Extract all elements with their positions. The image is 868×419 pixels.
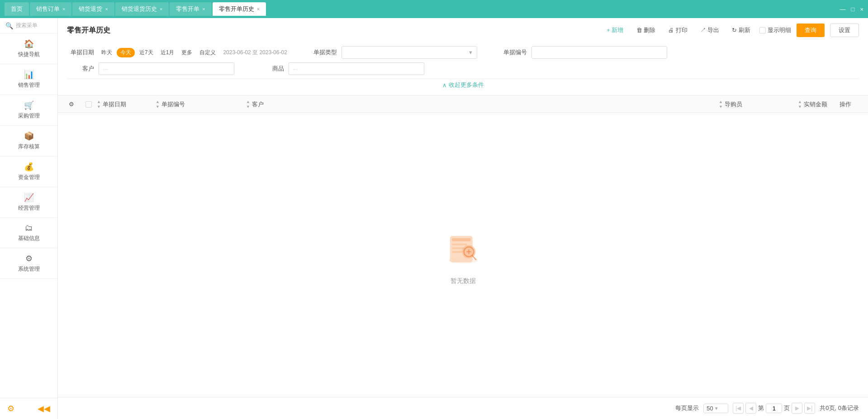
tab-sales-return[interactable]: 销货退货 × [72,2,114,16]
sidebar-item-finance[interactable]: 💰 资金管理 [0,156,57,187]
quick-nav-icon: 🏠 [24,39,34,49]
system-label: 系统管理 [18,265,40,273]
basic-info-label: 基础信息 [18,235,40,242]
tab-sales-return-history-close[interactable]: × [160,6,162,12]
total-label: 共0页, 0条记录 [820,404,859,412]
tab-sales-order-label: 销售订单 [36,5,60,13]
delete-button[interactable]: 🗑 删除 [633,24,659,36]
collapse-filter-btn[interactable]: ∧ 收起更多条件 [67,79,859,91]
tab-home-label: 首页 [11,5,23,13]
operations-label: 经营管理 [18,204,40,212]
date-btn-custom[interactable]: 自定义 [197,48,218,57]
tab-sales-order[interactable]: 销售订单 × [30,2,71,16]
sidebar-search-label: 搜索采单 [16,22,38,29]
th-checkbox[interactable] [81,101,97,108]
date-range-display: 2023-06-02 至 2023-06-02 [223,49,287,56]
filter-area: 单据日期 昨天 今天 近7天 近1月 更多 自定义 2023-06-02 至 2… [67,42,859,95]
sidebar-item-operations[interactable]: 📈 经营管理 [0,187,57,218]
table-header: ⚙ ▲▼ 单据日期 ▲▼ 单据编号 ▲▼ 客户 ▲▼ [58,96,868,113]
customer-placeholder: ··· [103,66,108,72]
setting-button[interactable]: 设置 [830,24,859,37]
svg-rect-3 [452,244,467,245]
date-btn-7days[interactable]: 近7天 [137,48,156,57]
doc-type-label: 单据类型 [310,48,337,56]
basic-info-icon: 🗂 [25,223,33,233]
finance-label: 资金管理 [18,174,40,181]
date-btn-1month[interactable]: 近1月 [158,48,177,57]
sidebar-item-search[interactable]: 🔍 搜索采单 [0,18,57,33]
sidebar-item-basic-info[interactable]: 🗂 基础信息 [0,218,57,248]
sales-mgmt-icon: 📊 [24,70,34,80]
per-page-select[interactable]: 50 ▼ [703,404,728,413]
th-date[interactable]: ▲▼ 单据日期 [97,99,156,109]
window-controls: — □ × [840,6,863,13]
date-btn-more[interactable]: 更多 [179,48,195,57]
collapse-label: 收起更多条件 [449,81,484,89]
sidebar-item-quick-nav[interactable]: 🏠 快捷导航 [0,33,57,64]
page-title-row: 零售开单历史 + 新增 🗑 删除 🖨 打印 ↗ 导出 ↻ 刷新 显示明细 查询 … [67,24,859,37]
tab-sales-return-history[interactable]: 销货退货历史 × [115,2,169,16]
page-number-input[interactable] [766,404,782,413]
svg-rect-2 [452,238,471,241]
th-guide[interactable]: ▲▼ 导购员 [719,99,773,109]
query-button[interactable]: 查询 [797,24,825,37]
amount-sort-icon: ▲▼ [798,99,802,109]
tab-retail-open-history[interactable]: 零售开单历史 × [213,2,266,16]
date-label: 单据日期 [67,48,94,56]
customer-input[interactable]: ··· [99,62,234,75]
maximize-btn[interactable]: □ [851,6,855,13]
date-options: 昨天 今天 近7天 近1月 更多 自定义 2023-06-02 至 2023-0… [99,48,287,57]
number-sort-icon: ▲▼ [156,99,160,109]
doc-type-select[interactable]: ▼ [342,46,477,59]
date-btn-yesterday[interactable]: 昨天 [99,48,115,57]
th-customer[interactable]: ▲▼ 客户 [246,99,719,109]
add-button[interactable]: + 新增 [603,24,627,36]
export-button[interactable]: ↗ 导出 [697,24,723,36]
tab-retail-open-close[interactable]: × [202,6,205,12]
close-window-btn[interactable]: × [860,6,863,13]
next-page-btn[interactable]: ▶ [792,403,802,414]
doc-number-input[interactable] [531,46,667,59]
content-area: 零售开单历史 + 新增 🗑 删除 🖨 打印 ↗ 导出 ↻ 刷新 显示明细 查询 … [58,18,868,419]
th-amount[interactable]: ▲▼ 实销金额 [773,99,827,109]
th-action-label: 操作 [840,100,851,108]
empty-illustration [441,225,486,270]
print-button[interactable]: 🖨 打印 [664,24,691,36]
th-settings[interactable]: ⚙ [62,101,81,108]
collapse-sidebar-icon[interactable]: ◀◀ [38,404,50,414]
empty-state: 暂无数据 [58,113,868,397]
tab-retail-open-label: 零售开单 [176,5,199,13]
prev-page-btn[interactable]: ◀ [745,403,756,414]
tab-retail-open-history-label: 零售开单历史 [219,5,254,13]
tab-sales-order-close[interactable]: × [62,6,65,12]
product-input[interactable]: ··· [289,62,424,75]
product-label: 商品 [257,65,284,73]
tab-retail-open-history-close[interactable]: × [257,6,260,12]
toolbar-actions: + 新增 🗑 删除 🖨 打印 ↗ 导出 ↻ 刷新 显示明细 查询 设置 [603,24,859,37]
sidebar-item-sales-mgmt[interactable]: 📊 销售管理 [0,64,57,95]
doc-number-label: 单据编号 [500,48,527,56]
doc-type-arrow: ▼ [468,50,473,55]
first-page-btn[interactable]: |◀ [733,403,744,414]
operations-icon: 📈 [24,193,34,202]
refresh-button[interactable]: ↻ 刷新 [728,24,754,36]
minimize-btn[interactable]: — [840,6,846,13]
per-page-value: 50 [707,405,713,412]
date-btn-today[interactable]: 今天 [117,48,135,57]
display-detail-btn[interactable]: 显示明细 [759,26,791,34]
sidebar-item-purchase-mgmt[interactable]: 🛒 采购管理 [0,95,57,126]
settings-icon[interactable]: ⚙ [7,404,14,414]
th-number[interactable]: ▲▼ 单据编号 [156,99,246,109]
sidebar-item-inventory[interactable]: 📦 库存核算 [0,126,57,156]
per-page-label: 每页显示 [675,404,699,412]
last-page-btn[interactable]: ▶| [804,403,815,414]
tab-sales-return-close[interactable]: × [105,6,108,12]
tab-sales-return-history-label: 销货退货历史 [122,5,157,13]
sidebar-item-system[interactable]: ⚙ 系统管理 [0,248,57,279]
th-number-label: 单据编号 [161,100,185,108]
th-customer-label: 客户 [252,100,264,108]
page-nav: |◀ ◀ 第 页 ▶ ▶| [733,403,815,414]
select-all-checkbox[interactable] [85,101,92,108]
tab-retail-open[interactable]: 零售开单 × [170,2,211,16]
tab-home[interactable]: 首页 [5,2,29,16]
